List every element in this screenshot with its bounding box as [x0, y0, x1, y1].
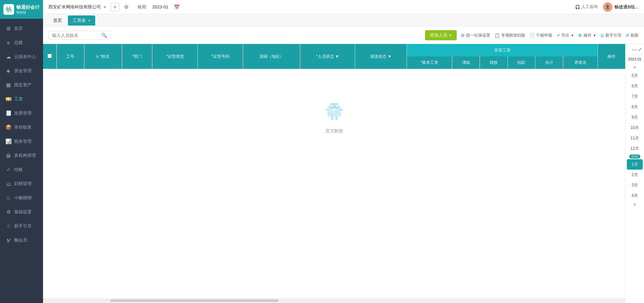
svg-point-2 [331, 105, 333, 107]
sidebar-item-settings[interactable]: ⚙ 基础设置 [0, 205, 43, 219]
sidebar-item-multi-org[interactable]: 🏛 多机构管理 [0, 148, 43, 163]
month-6-2022[interactable]: 6月 [626, 81, 644, 91]
month-1-2023[interactable]: 1月 [627, 159, 643, 170]
sidebar-item-close[interactable]: ✓ 结账 [0, 163, 43, 177]
refresh-action[interactable]: ↺ 刷新 [626, 33, 639, 38]
special-deduction-action[interactable]: 📋 专项附加扣除 [494, 33, 525, 38]
ledger-icon: ≡ [5, 40, 11, 46]
sidebar-item-expense[interactable]: ◇ 小畅报销 [0, 191, 43, 205]
month-3-2023[interactable]: 3月 [626, 180, 644, 190]
sidebar-item-fund[interactable]: ◈ 资金管理 [0, 64, 43, 78]
person-status-filter-icon: ▼ [335, 54, 339, 59]
multi-org-icon: 🏛 [5, 153, 11, 159]
sidebar-item-home[interactable]: ⊞ 首页 [0, 21, 43, 36]
refresh-label: 刷新 [631, 33, 639, 38]
sidebar-item-ledger[interactable]: ≡ 总账 [0, 36, 43, 50]
archive-icon: 🗂 [5, 181, 11, 187]
empty-icon [321, 96, 348, 123]
tab-home[interactable]: 首页 [48, 15, 67, 26]
special-deduction-label: 专项附加扣除 [501, 33, 525, 38]
service-label: 人工咨询 [581, 4, 598, 10]
setting-button[interactable]: ⚙ [122, 3, 131, 11]
deduction-header: 扣款 [507, 56, 535, 69]
social-insurance-action[interactable]: ⚙ 统一社保设置 [461, 33, 490, 38]
report-status-header[interactable]: 报送状态 ▼ [355, 44, 407, 69]
sidebar-item-archive[interactable]: 🗂 归档管理 [0, 177, 43, 191]
sidebar-item-fixed-assets[interactable]: ▦ 固定资产 [0, 78, 43, 92]
tab-salary[interactable]: 工资表 × [68, 15, 95, 26]
sidebar-item-tax[interactable]: 📊 税务管理 [0, 134, 43, 148]
operation-action[interactable]: ⚙ 操作 ▼ [578, 33, 596, 38]
sidebar-item-cloud-report[interactable]: ☁ 云报表中心 [0, 50, 43, 64]
close-period-icon: ✓ [5, 167, 11, 173]
fund-icon: ◈ [5, 68, 11, 74]
add-person-button[interactable]: 添加人员 ▼ [425, 30, 457, 40]
scroll-up-button[interactable]: ▲ [626, 63, 644, 71]
allowance-header: 津贴 [452, 56, 480, 69]
guide-action-icon: ◎ [600, 33, 604, 38]
sidebar-item-invoice[interactable]: 🧾 发票管理 [0, 106, 43, 120]
header: 西安矿米网络科技有限公司 ▼ + ⚙ 账期 2023-01 📅 🎧 人工咨询 👤 [43, 0, 644, 14]
salary-icon: 💴 [5, 96, 11, 102]
month-5-2022[interactable]: 5月 [626, 71, 644, 81]
plus-icon: + [113, 4, 116, 10]
sidebar-item-guide[interactable]: ☆ 新手引导 [0, 219, 43, 233]
year-2023-badge-wrap: 2023 [626, 155, 644, 159]
sidebar-item-home-label: 首页 [14, 26, 23, 32]
app-logo: 畅 畅通好会计 旗舰版 [0, 0, 43, 19]
sidebar-item-invoice-label: 发票管理 [14, 110, 32, 116]
personal-tax-label: 个税申报 [536, 33, 552, 38]
personal-tax-action[interactable]: 📄 个税申报 [529, 33, 552, 38]
sidebar-item-inventory-label: 库存核算 [14, 124, 32, 130]
tax-icon: 📊 [5, 138, 11, 144]
export-action[interactable]: ↗ 导出 ▼ [556, 33, 574, 38]
inventory-icon: 📦 [5, 124, 11, 130]
month-7-2022[interactable]: 7月 [626, 91, 644, 102]
svg-rect-8 [335, 117, 338, 120]
guide-action[interactable]: ◎ 新手引导 [600, 33, 621, 38]
month-9-2022[interactable]: 9月 [626, 112, 644, 123]
month-4-2023[interactable]: 4月 [626, 190, 644, 201]
number-header: 工号 [56, 44, 84, 69]
panel-maximize-button[interactable]: ⤢ [638, 47, 642, 52]
social-insurance-icon: ⚙ [461, 33, 465, 38]
search-input[interactable] [52, 33, 99, 38]
name-header[interactable]: ⇅ *姓名 [84, 44, 122, 69]
month-8-2022[interactable]: 8月 [626, 102, 644, 112]
sidebar-item-member-label: 畅会员 [14, 237, 27, 243]
export-icon: ↗ [556, 33, 560, 38]
panel-minimize-button[interactable]: — [632, 47, 637, 52]
empty-state-row: 暂无数据 [43, 69, 625, 161]
month-2-2023[interactable]: 2月 [626, 170, 644, 180]
sidebar-item-tax-label: 税务管理 [14, 138, 32, 144]
sidebar-item-inventory[interactable]: 📦 库存核算 [0, 120, 43, 134]
avatar: 👤 [603, 2, 612, 12]
content-area: 工号 ⇅ *姓名 *部门 *证型类型 *证型号码 国籍（地区） [43, 44, 644, 303]
social-insurance-label: 统一社保设置 [466, 33, 490, 38]
month-12-2022[interactable]: 12月 [626, 143, 644, 154]
app-name: 畅通好会计 [16, 4, 40, 10]
select-all-checkbox[interactable] [47, 54, 52, 58]
export-dropdown-icon: ▼ [571, 34, 574, 37]
avatar-image: 👤 [605, 5, 610, 9]
user-name: 畅捷通B组... [614, 4, 639, 10]
scroll-down-button[interactable]: ▼ [626, 201, 644, 208]
add-company-button[interactable]: + [111, 3, 119, 11]
month-11-2022[interactable]: 11月 [626, 133, 644, 143]
company-selector[interactable]: 西安矿米网络科技有限公司 ▼ [48, 4, 107, 10]
service-button[interactable]: 🎧 人工咨询 [575, 4, 598, 10]
tab-home-label: 首页 [53, 18, 62, 23]
sidebar-item-archive-label: 归档管理 [14, 181, 32, 187]
person-status-header[interactable]: *人员状态 ▼ [300, 44, 355, 69]
header-right: 🎧 人工咨询 👤 畅捷通B组... [575, 2, 639, 12]
base-salary-header: *基本工资 [407, 56, 452, 69]
tabs-bar: 首页 工资表 × [43, 14, 644, 27]
scrollbar-thumb[interactable] [110, 299, 278, 302]
month-10-2022[interactable]: 10月 [626, 123, 644, 133]
operation-label: 操作 [583, 33, 592, 38]
sidebar-item-salary[interactable]: 💴 工资 [0, 92, 43, 106]
calendar-icon[interactable]: 📅 [174, 4, 180, 10]
sidebar-item-member[interactable]: V 畅会员 [0, 233, 43, 247]
horizontal-scrollbar[interactable] [43, 298, 625, 303]
tab-close-icon[interactable]: × [88, 18, 90, 23]
